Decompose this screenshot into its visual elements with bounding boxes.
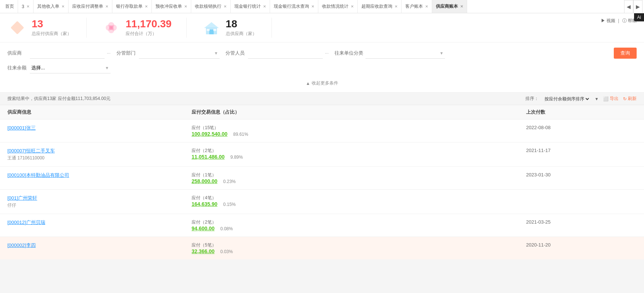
supplier-dots[interactable]: ··· <box>107 51 111 56</box>
table-row: [000002]李四 应付（5笔） 32,366.00 0.03% 2020-1… <box>0 237 644 259</box>
dept-select-wrap: ▼ <box>139 48 220 59</box>
result-summary: 搜索结果中，供应商13家 应付金额111,703,854.00元 <box>7 96 111 102</box>
person-input[interactable] <box>248 48 323 59</box>
supplier-link-000002[interactable]: [000002]李四 <box>7 242 36 248</box>
supplier-info-cell: [000001]张三 <box>7 125 192 131</box>
result-bar: 搜索结果中，供应商13家 应付金额111,703,854.00元 排序： 按应付… <box>0 93 644 105</box>
tab-home[interactable]: 首页 <box>1 0 18 13</box>
supplier-info-cell: [001]广州荣轩 仔仔 <box>7 195 192 208</box>
tab-3[interactable]: 3 ✕ <box>18 0 34 13</box>
tab-customer-account[interactable]: 客户账本 ✕ <box>402 0 432 13</box>
tab-bank-deposit[interactable]: 银行存取款单 ✕ <box>112 0 152 13</box>
supplier-info-cell: [000100]本特勤油品有限公司 <box>7 172 192 179</box>
balance-label: 往来余额 <box>7 65 28 71</box>
close-icon[interactable]: ✕ <box>351 4 354 8</box>
tx-info-cell: 应付（2笔） 94,600.00 0.08% <box>192 219 526 231</box>
tab-cash-flow[interactable]: 现金银行流水查询 ✕ <box>270 0 318 13</box>
supplier-link-000012[interactable]: [000012]广州贝瑞 <box>7 220 45 225</box>
stat-payable-suppliers: 13 总应付供应商（家） <box>7 18 87 38</box>
close-icon[interactable]: ✕ <box>263 4 266 8</box>
close-icon[interactable]: ✕ <box>425 4 428 8</box>
supplier-link-001[interactable]: [001]广州荣轩 <box>7 195 37 201</box>
last-payment-cell: 2023-01-30 <box>526 172 637 177</box>
table-row: [000001]张三 应付（15笔） 100,092,540.00 89.61%… <box>0 120 644 142</box>
filter-dept: 分管部门 ▼ <box>116 48 220 59</box>
last-payment-cell: 2021-11-17 <box>526 148 637 153</box>
tab-cash-bank-stats[interactable]: 现金银行统计 ✕ <box>231 0 270 13</box>
search-button[interactable]: 查询 <box>614 48 637 59</box>
svg-marker-7 <box>204 22 219 28</box>
dept-select[interactable] <box>139 48 220 59</box>
supplier-link-000100[interactable]: [000100]本特勤油品有限公司 <box>7 172 69 178</box>
last-payment-cell: 2020-11-20 <box>526 242 637 248</box>
table-header: 供应商信息 应付交易信息（占比） 上次付数 <box>0 105 644 120</box>
filter-supplier: 供应商 ··· <box>7 48 111 59</box>
col-supplier-info: 供应商信息 <box>7 109 192 116</box>
filter-person: 分管人员 ··· <box>225 48 329 59</box>
last-payment-cell: 2022-08-08 <box>526 125 637 130</box>
tx-amount-link-001[interactable]: 164,635.90 <box>192 201 217 207</box>
close-icon[interactable]: ✕ <box>145 4 148 8</box>
tx-amount-link-000002[interactable]: 32,366.00 <box>192 248 214 254</box>
balance-select[interactable]: 选择... <box>30 62 111 73</box>
table-row: [000012]广州贝瑞 应付（2笔） 94,600.00 0.08% 2021… <box>0 214 644 237</box>
diamond-icon <box>7 18 27 38</box>
tx-amount-link-000001[interactable]: 100,092,540.00 <box>192 131 227 137</box>
category-label: 往来单位分类 <box>335 50 363 56</box>
svg-rect-0 <box>11 21 24 35</box>
tab-collection-stats[interactable]: 收款情况统计 ✕ <box>318 0 358 13</box>
video-link[interactable]: ▶ 视频 <box>601 18 615 23</box>
person-dots[interactable]: ··· <box>325 51 329 56</box>
svg-rect-9 <box>207 29 210 31</box>
tx-info-cell: 应付（15笔） 100,092,540.00 89.61% <box>192 125 526 137</box>
flower-icon <box>101 18 121 38</box>
tab-collection[interactable]: 收款核销执行 ✕ <box>191 0 231 13</box>
category-select[interactable] <box>365 48 445 59</box>
supplier-link-000001[interactable]: [000001]张三 <box>7 125 36 131</box>
refresh-button[interactable]: ↻ 刷新 <box>623 96 637 102</box>
filter-balance: 往来余额 选择... ▼ <box>7 62 111 73</box>
close-icon[interactable]: ✕ <box>62 4 64 8</box>
tab-other-income[interactable]: 其他收入单 ✕ <box>34 0 69 13</box>
tx-info-cell: 应付（1笔） 258,000.00 0.23% <box>192 172 526 184</box>
collapse-label: 收起更多条件 <box>312 80 338 86</box>
ai-button[interactable]: Ai <box>634 13 644 21</box>
total-suppliers-label: 总供应商（家） <box>226 31 257 37</box>
collapse-button[interactable]: ▲ 收起更多条件 <box>306 79 338 88</box>
stat-payable-total: 11,170.39 应付合计（万） <box>101 18 187 38</box>
close-icon[interactable]: ✕ <box>460 4 463 8</box>
tab-prepaid[interactable]: 预收冲应收单 ✕ <box>152 0 191 13</box>
tx-amount-link-000012[interactable]: 94,600.00 <box>192 225 214 231</box>
close-icon[interactable]: ✕ <box>184 4 187 8</box>
tx-amount-link-000100[interactable]: 258,000.00 <box>192 178 217 184</box>
export-button[interactable]: ⬜ 导出 <box>603 96 619 102</box>
supplier-input[interactable] <box>30 48 105 59</box>
balance-select-wrap: 选择... ▼ <box>30 62 111 73</box>
filter-row-1: 供应商 ··· 分管部门 ▼ 分管人员 ··· 往来单位分类 <box>7 48 637 59</box>
supplier-info-cell: [000007]恒旺二手叉车 王通 17106110000 <box>7 148 192 161</box>
tx-amount-link-000007[interactable]: 11,051,486.00 <box>192 154 225 160</box>
sort-select[interactable]: 按应付余额倒序排序 <box>543 96 590 102</box>
table-row: [001]广州荣轩 仔仔 应付（4笔） 164,635.90 0.15% <box>0 190 644 214</box>
tab-overdue[interactable]: 超期应收款查询 ✕ <box>358 0 402 13</box>
total-suppliers-count: 18 <box>226 18 257 30</box>
tab-next-button[interactable]: ▶ <box>633 0 643 13</box>
col-last-payment: 上次付数 <box>526 109 637 116</box>
tab-adjustment[interactable]: 应收应付调整单 ✕ <box>69 0 112 13</box>
close-icon[interactable]: ✕ <box>105 4 108 8</box>
close-icon[interactable]: ✕ <box>27 4 29 8</box>
supplier-link-000007[interactable]: [000007]恒旺二手叉车 <box>7 148 55 154</box>
tab-bar: 首页 3 ✕ 其他收入单 ✕ 应收应付调整单 ✕ 银行存取款单 ✕ 预收冲应收单… <box>0 0 644 13</box>
sort-label: 排序： <box>525 96 539 102</box>
tab-prev-button[interactable]: ◀ <box>624 0 633 13</box>
close-icon[interactable]: ✕ <box>395 4 398 8</box>
close-icon[interactable]: ✕ <box>224 4 227 8</box>
tab-supplier-account[interactable]: 供应商账本 ✕ <box>432 0 467 13</box>
dept-label: 分管部门 <box>116 50 137 56</box>
close-icon[interactable]: ✕ <box>311 4 314 8</box>
table-row: [000007]恒旺二手叉车 王通 17106110000 应付（2笔） 11,… <box>0 142 644 167</box>
last-payment-cell: 2021-03-25 <box>526 219 637 225</box>
table-row: [000100]本特勤油品有限公司 应付（1笔） 258,000.00 0.23… <box>0 167 644 190</box>
shop-icon <box>202 18 221 38</box>
filter-category: 往来单位分类 ▼ <box>335 48 445 59</box>
